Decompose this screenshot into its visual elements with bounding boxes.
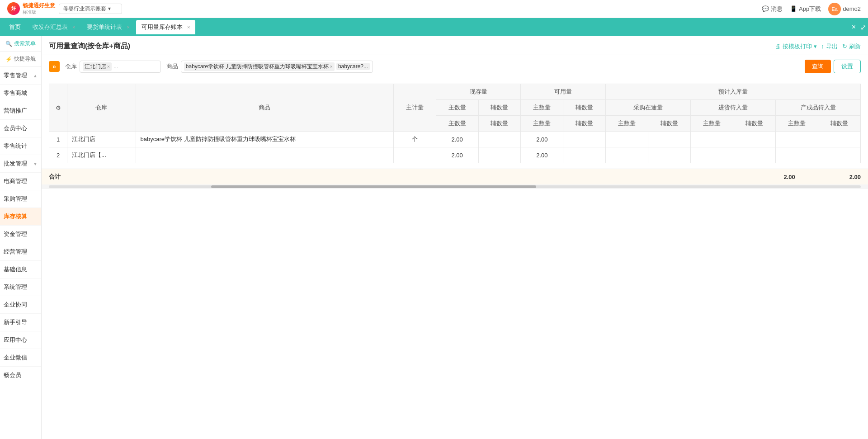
sidebar-item-system-mgmt[interactable]: 系统管理 — [0, 279, 41, 296]
th-ip-aux: 辅数量 — [733, 116, 776, 132]
cell-available-main-qty: 2.00 — [521, 132, 563, 147]
scrollbar-track — [49, 185, 861, 188]
top-bar-left: 好 畅捷通好生意 标准版 母婴行业演示账套 ▾ — [7, 2, 122, 15]
th-pt-aux: 辅数量 — [648, 116, 691, 132]
cell-finished-aux-qty — [818, 147, 861, 163]
nav-tabs: 首页 收发存汇总表 × 要货单统计表 × 可用量库存账本 × × ⤢ — [0, 18, 868, 36]
th-finished-pending: 产成品待入量 — [776, 100, 861, 116]
user-area[interactable]: Ea demo2 — [828, 3, 861, 15]
chevron-down-icon: ▾ — [108, 5, 111, 12]
industry-label: 母婴行业演示账套 — [63, 5, 106, 13]
sidebar-item-new-guide[interactable]: 新手引导 — [0, 314, 41, 331]
close-order-stats-icon[interactable]: × — [127, 24, 129, 30]
app-download-btn[interactable]: 📱 App下载 — [790, 5, 821, 13]
sidebar-item-ecommerce-mgmt[interactable]: 电商管理 — [0, 173, 41, 190]
sidebar-item-enterprise-collab[interactable]: 企业协同 — [0, 296, 41, 314]
quick-nav-icon: ⚡ — [5, 56, 12, 62]
expand-icon: ▼ — [33, 161, 38, 166]
cell-main-unit: 个 — [393, 132, 436, 147]
product-filter-field: 商品 babycare学饮杯 儿童防摔防撞吸管杯重力球吸嘴杯宝宝水杯 × bab… — [166, 61, 373, 73]
cell-finished-main-qty — [776, 132, 818, 147]
sidebar-item-enterprise-wechat[interactable]: 企业微信 — [0, 349, 41, 367]
filter-actions: 查询 设置 — [805, 60, 861, 73]
main-layout: 🔍 搜索菜单 ⚡ 快捷导航 零售管理 ▲ 零售商城 营销推广 会员中心 零售统计… — [0, 36, 868, 439]
close-available-stock-icon[interactable]: × — [187, 24, 190, 30]
top-bar-right: 💬 消息 📱 App下载 Ea demo2 — [762, 3, 861, 15]
th-available-qty: 可用量 — [521, 84, 606, 100]
tab-receive-summary[interactable]: 收发存汇总表 × — [27, 20, 80, 34]
industry-selector[interactable]: 母婴行业演示账套 ▾ — [59, 4, 122, 14]
message-btn[interactable]: 💬 消息 — [762, 5, 783, 13]
query-btn[interactable]: 查询 — [805, 60, 831, 73]
sidebar-item-zero-retail-mgmt[interactable]: 零售管理 ▲ — [0, 67, 41, 85]
sidebar-item-inventory-check[interactable]: 库存核算 — [0, 208, 41, 226]
sidebar-item-finance-mgmt[interactable]: 资金管理 — [0, 226, 41, 243]
product-filter-tags[interactable]: babycare学饮杯 儿童防摔防撞吸管杯重力球吸嘴杯宝宝水杯 × babyca… — [181, 61, 373, 73]
content-area: 可用量查询(按仓库+商品) 🖨 按模板打印 ▾ ↑ 导出 ↻ 刷新 — [42, 36, 868, 439]
home-label: 首页 — [9, 23, 21, 31]
export-icon: ↑ — [821, 43, 825, 50]
tab-home[interactable]: 首页 — [4, 20, 26, 34]
total-current-main-qty: 2.00 — [783, 174, 795, 180]
sidebar-item-wholesale-mgmt[interactable]: 批发管理 ▼ — [0, 155, 41, 173]
cell-current-main-qty: 2.00 — [436, 132, 478, 147]
expand-icon[interactable]: ⤢ — [860, 23, 866, 32]
filter-toggle-btn[interactable]: » — [49, 61, 60, 72]
sidebar: 🔍 搜索菜单 ⚡ 快捷导航 零售管理 ▲ 零售商城 营销推广 会员中心 零售统计… — [0, 36, 42, 439]
th-pt-main: 主数量 — [606, 116, 648, 132]
page-title: 可用量查询(按仓库+商品) — [49, 42, 130, 51]
cell-available-aux-qty — [563, 147, 606, 163]
sidebar-item-zero-retail-mall[interactable]: 零售商城 — [0, 85, 41, 102]
sidebar-item-retail-stats[interactable]: 零售统计 — [0, 137, 41, 155]
top-bar: 好 畅捷通好生意 标准版 母婴行业演示账套 ▾ 💬 消息 📱 App下载 Ea … — [0, 0, 868, 18]
warehouse-filter-tags[interactable]: 江北门店 × ... — [80, 61, 161, 73]
th-settings[interactable]: ⚙ — [49, 84, 67, 132]
sidebar-item-app-center[interactable]: 应用中心 — [0, 331, 41, 349]
th-cs-main: 主数量 — [436, 116, 478, 132]
sidebar-item-purchase-mgmt[interactable]: 采购管理 — [0, 190, 41, 208]
remove-product-tag1-icon[interactable]: × — [330, 64, 333, 69]
cell-warehouse: 江北门店 — [67, 132, 136, 147]
cell-current-aux-qty — [478, 132, 521, 147]
settings-btn[interactable]: 设置 — [834, 60, 861, 73]
th-fp-main: 主数量 — [776, 116, 818, 132]
sidebar-item-marketing-promo[interactable]: 营销推广 — [0, 102, 41, 120]
sidebar-item-ops-mgmt[interactable]: 经营管理 — [0, 243, 41, 261]
product-tag-2: babycare?... — [336, 63, 370, 70]
sidebar-item-member-center[interactable]: 会员中心 — [0, 120, 41, 137]
th-available-main-qty: 主数量 — [521, 100, 563, 116]
th-av-aux: 辅数量 — [563, 116, 606, 132]
close-all-tabs-btn[interactable]: × — [852, 23, 856, 31]
tab-order-stats[interactable]: 要货单统计表 × — [81, 20, 135, 34]
sidebar-search[interactable]: 🔍 搜索菜单 — [0, 36, 41, 52]
th-cs-aux: 辅数量 — [478, 116, 521, 132]
bottom-scrollbar[interactable] — [42, 184, 868, 189]
page-actions: 🖨 按模板打印 ▾ ↑ 导出 ↻ 刷新 — [775, 42, 861, 51]
th-planned-inbound: 预计入库量 — [606, 84, 861, 100]
remove-warehouse-tag-icon[interactable]: × — [107, 64, 110, 69]
template-print-btn[interactable]: 🖨 按模板打印 ▾ — [775, 42, 817, 51]
sidebar-item-label: 畅会员 — [4, 371, 21, 379]
th-warehouse: 仓库 — [67, 84, 136, 132]
export-btn[interactable]: ↑ 导出 — [821, 42, 838, 51]
sidebar-item-vip-member[interactable]: 畅会员 — [0, 367, 41, 384]
username-label: demo2 — [843, 5, 861, 12]
th-product: 商品 — [136, 84, 393, 132]
chevron-down-icon: ▾ — [814, 43, 817, 50]
close-receive-summary-icon[interactable]: × — [72, 24, 75, 30]
sidebar-item-basic-info[interactable]: 基础信息 — [0, 261, 41, 279]
cell-purchase-main-qty — [606, 132, 648, 147]
message-icon: 💬 — [762, 5, 769, 12]
sidebar-item-label: 营销推广 — [4, 107, 27, 115]
sidebar-item-label: 基础信息 — [4, 265, 27, 274]
th-fp-aux: 辅数量 — [818, 116, 861, 132]
warehouse-more-icon[interactable]: ... — [113, 63, 118, 70]
download-icon: 📱 — [790, 5, 797, 12]
tab-available-stock[interactable]: 可用量库存账本 × — [136, 20, 195, 34]
sidebar-quick-nav[interactable]: ⚡ 快捷导航 — [0, 52, 41, 67]
sidebar-item-label: 企业协同 — [4, 301, 27, 309]
th-inbound-pending: 进货待入量 — [691, 100, 776, 116]
logo-icon: 好 — [7, 2, 20, 15]
refresh-btn[interactable]: ↻ 刷新 — [842, 42, 861, 51]
cell-purchase-aux-qty — [648, 147, 691, 163]
